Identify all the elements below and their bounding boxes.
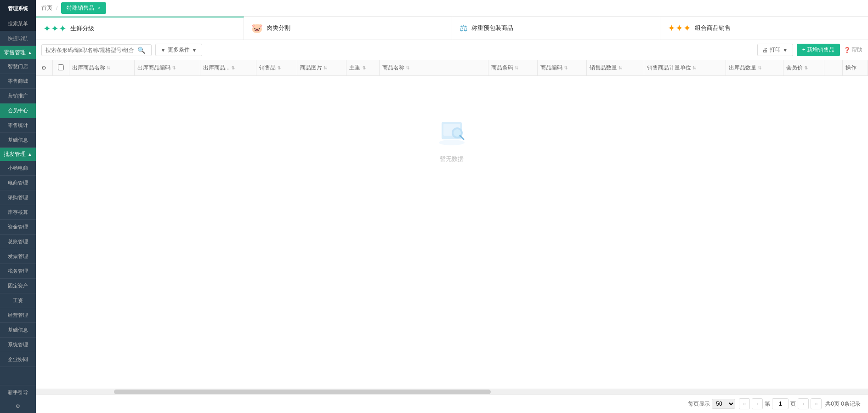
- sidebar-item-search[interactable]: 搜索菜单: [0, 17, 36, 31]
- topbar-home[interactable]: 首页: [41, 4, 52, 12]
- sidebar-item-basic-info2[interactable]: 基础信息: [0, 323, 36, 338]
- tab-weigh[interactable]: ⚖ 称重预包装商品: [452, 17, 660, 40]
- filter-arrow: ▼: [192, 47, 197, 53]
- topbar-separator: /: [56, 5, 57, 11]
- add-sales-button[interactable]: + 新增销售品: [797, 44, 840, 56]
- sort-icon-10[interactable]: ⇅: [618, 65, 622, 70]
- th-product-name: 商品名称 ⇅: [379, 60, 488, 76]
- sidebar-item-settings[interactable]: ⚙: [0, 400, 36, 413]
- print-icon: 🖨: [762, 47, 768, 53]
- print-button[interactable]: 🖨 打印 ▼: [757, 44, 793, 56]
- sidebar-item-smart-store[interactable]: 智慧门店: [0, 59, 36, 74]
- th-sale-unit: 销售商品计量单位 ⇅: [644, 60, 726, 76]
- table-container: ⚙ 出库商品名称 ⇅ 出库商品编码 ⇅ 出库商品... ⇅ 销售品 ⇅ 商品图片…: [36, 60, 868, 389]
- last-page-button[interactable]: »: [811, 398, 822, 409]
- topbar-tab-close[interactable]: ×: [98, 6, 101, 11]
- fresh-icon: ✦✦✦: [43, 23, 67, 34]
- scrollbar-thumb[interactable]: [114, 390, 491, 394]
- sidebar-item-base-info[interactable]: 基础信息: [0, 133, 36, 148]
- th-sale-qty: 销售品数量 ⇅: [586, 60, 644, 76]
- th-settings[interactable]: ⚙: [36, 60, 52, 76]
- search-input[interactable]: [45, 47, 137, 53]
- print-arrow: ▼: [783, 47, 788, 53]
- sidebar: 管理系统 搜索菜单 快捷导航 零售管理 ▲ 智慧门店 零售商城 营销推广 会员中…: [0, 0, 36, 413]
- sidebar-item-fixed-assets[interactable]: 固定资产: [0, 279, 36, 293]
- th-barcode: 商品条码 ⇅: [488, 60, 537, 76]
- sidebar-item-retail-stats[interactable]: 零售统计: [0, 118, 36, 133]
- sidebar-item-business[interactable]: 经营管理: [0, 308, 36, 323]
- sort-icon-5[interactable]: ⇅: [323, 65, 327, 70]
- sort-icon-2[interactable]: ⇅: [172, 65, 176, 70]
- tab-combo[interactable]: ✦✦✦ 组合商品销售: [660, 17, 868, 40]
- sort-icon[interactable]: ⇅: [107, 65, 110, 70]
- help-button[interactable]: ❓ 帮助: [844, 46, 862, 54]
- tab-weigh-label: 称重预包装商品: [471, 24, 513, 32]
- tab-fresh[interactable]: ✦✦✦ 生鲜分级: [36, 17, 244, 40]
- sidebar-section-wholesale-label: 批发管理: [4, 150, 26, 158]
- main-content: 首页 / 特殊销售品 × ✦✦✦ 生鲜分级 🐷 肉类分割 ⚖ 称重预包装商品 ✦…: [36, 0, 868, 413]
- sidebar-bottom: 新手引导 ⚙: [0, 385, 36, 413]
- tab-meat[interactable]: 🐷 肉类分割: [244, 17, 452, 40]
- per-page-dropdown[interactable]: 10 20 50 100: [712, 399, 735, 409]
- sidebar-item-mini-app[interactable]: 小畅电商: [0, 161, 36, 176]
- sidebar-section-wholesale[interactable]: 批发管理 ▲: [0, 148, 36, 161]
- sidebar-item-tax[interactable]: 税务管理: [0, 264, 36, 279]
- sidebar-item-ecommerce[interactable]: 电商管理: [0, 176, 36, 190]
- sort-icon-3[interactable]: ⇅: [231, 65, 235, 70]
- horizontal-scrollbar[interactable]: [36, 389, 868, 394]
- empty-state: 暂无数据: [36, 76, 868, 200]
- sort-icon-12[interactable]: ⇅: [758, 65, 761, 70]
- sort-icon-11[interactable]: ⇅: [692, 65, 696, 70]
- sidebar-item-retail-mall[interactable]: 零售商城: [0, 74, 36, 89]
- sidebar-item-system[interactable]: 系统管理: [0, 338, 36, 352]
- weigh-icon: ⚖: [460, 23, 468, 34]
- th-out-code: 出库商品编码 ⇅: [135, 60, 200, 76]
- prev-page-button[interactable]: ‹: [752, 398, 763, 409]
- th-weight: 主重 ⇅: [346, 60, 380, 76]
- toolbar: 🔍 ▼ 更多条件 ▼ 🖨 打印 ▼ + 新增销售品 ❓ 帮助: [36, 40, 868, 60]
- sidebar-item-salary[interactable]: 工资: [0, 293, 36, 308]
- page-navigation: « ‹ 第 页 › »: [739, 398, 822, 409]
- sidebar-section-retail[interactable]: 零售管理 ▲: [0, 46, 36, 59]
- empty-state-icon: [433, 113, 470, 149]
- sort-icon-9[interactable]: ⇅: [564, 65, 567, 70]
- chevron-up-icon: ▲: [28, 50, 32, 55]
- empty-text: 暂无数据: [440, 155, 464, 163]
- sidebar-item-finance[interactable]: 资金管理: [0, 220, 36, 235]
- table-body: 暂无数据: [36, 76, 868, 201]
- th-blank: [824, 60, 843, 76]
- th-product-code: 商品编码 ⇅: [537, 60, 586, 76]
- sort-icon-8[interactable]: ⇅: [515, 65, 518, 70]
- sidebar-item-member[interactable]: 会员中心: [0, 103, 36, 118]
- search-icon[interactable]: 🔍: [137, 46, 145, 54]
- sidebar-item-company[interactable]: 企业协同: [0, 352, 36, 367]
- empty-state-cell: 暂无数据: [36, 76, 868, 201]
- sidebar-item-promotion[interactable]: 营销推广: [0, 89, 36, 103]
- toolbar-right: 🖨 打印 ▼ + 新增销售品 ❓ 帮助: [757, 44, 862, 56]
- sort-icon-7[interactable]: ⇅: [406, 65, 409, 70]
- th-out-name: 出库商品名称 ⇅: [69, 60, 135, 76]
- sort-icon-6[interactable]: ⇅: [362, 65, 366, 70]
- sidebar-item-invoice[interactable]: 发票管理: [0, 249, 36, 264]
- meat-icon: 🐷: [251, 23, 263, 34]
- sidebar-item-quick-nav[interactable]: 快捷导航: [0, 31, 36, 46]
- tab-combo-label: 组合商品销售: [695, 24, 731, 32]
- sort-icon-4[interactable]: ⇅: [277, 65, 281, 70]
- topbar-tab-special-sales[interactable]: 特殊销售品 ×: [61, 2, 106, 14]
- sort-icon-13[interactable]: ⇅: [804, 65, 808, 70]
- sidebar-item-inventory[interactable]: 库存核算: [0, 205, 36, 220]
- next-page-button[interactable]: ›: [798, 398, 809, 409]
- help-icon: ❓: [844, 47, 851, 53]
- page-input[interactable]: [772, 398, 789, 409]
- sidebar-item-purchase[interactable]: 采购管理: [0, 190, 36, 205]
- sidebar-item-general-ledger[interactable]: 总账管理: [0, 235, 36, 249]
- filter-button[interactable]: ▼ 更多条件 ▼: [155, 44, 202, 56]
- chevron-up-icon-2: ▲: [28, 152, 32, 157]
- select-all-checkbox[interactable]: [58, 64, 64, 70]
- table-header-row: ⚙ 出库商品名称 ⇅ 出库商品编码 ⇅ 出库商品... ⇅ 销售品 ⇅ 商品图片…: [36, 60, 868, 76]
- help-label: 帮助: [851, 46, 862, 54]
- first-page-button[interactable]: «: [739, 398, 750, 409]
- tab-fresh-label: 生鲜分级: [70, 24, 94, 33]
- th-checkbox[interactable]: [52, 60, 69, 76]
- sidebar-item-newbie[interactable]: 新手引导: [0, 385, 36, 400]
